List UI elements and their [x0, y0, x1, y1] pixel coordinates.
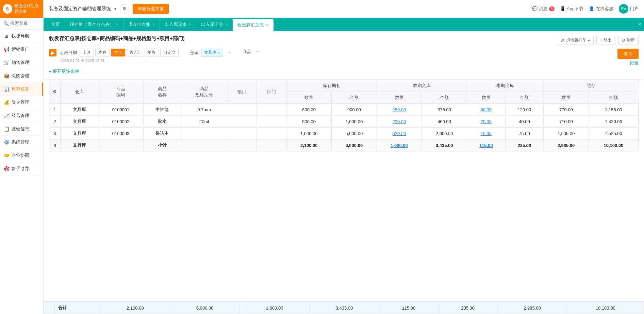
- sidebar-item-finance[interactable]: 💰 资金管理: [0, 96, 43, 109]
- row-out-qty[interactable]: 115.00: [467, 139, 505, 151]
- row-in-qty[interactable]: 250.00: [377, 104, 422, 116]
- date-btn-this-month[interactable]: 本月: [95, 49, 110, 56]
- warehouse-more-button[interactable]: ···: [227, 50, 232, 56]
- search-menu[interactable]: 🔍 搜索菜单: [0, 18, 43, 30]
- sidebar-item-purchase[interactable]: 📦 采购管理: [0, 69, 43, 83]
- row-project: [227, 116, 257, 128]
- refresh-button[interactable]: ↺ 刷新: [618, 36, 639, 45]
- messages-badge: 6: [549, 6, 555, 11]
- row-balance-amt: 7,525.00: [589, 128, 638, 139]
- sidebar: 6 畅捷通好生意 标准版 🔍 搜索菜单 ⊞ 快捷导航 📢 营销推广 🛒 销售管理…: [0, 0, 44, 314]
- footer-opening-amt: 6,900.00: [170, 302, 240, 314]
- page-header: 收发存汇总表(按仓库+商品编码+商品+规格型号+项目+部门) 🖨 拆镜版打印 ▾…: [44, 31, 644, 80]
- tab-close-flow[interactable]: ×: [189, 22, 191, 27]
- row-in-qty[interactable]: 1,000.00: [377, 139, 422, 151]
- tab-recv-send[interactable]: 收发存汇总表 ×: [233, 19, 274, 31]
- sidebar-item-basic[interactable]: 📋 基础信息: [0, 122, 43, 136]
- tab-close-stock-dist[interactable]: ×: [116, 22, 118, 27]
- tab-close-batch[interactable]: ×: [152, 22, 155, 27]
- tab-flow[interactable]: 出入库流水 ×: [160, 18, 196, 31]
- col-opening-qty: 数量: [286, 92, 332, 104]
- footer-in-qty: 1,000.00: [240, 302, 310, 314]
- row-index: 2: [49, 116, 61, 128]
- date-btn-custom[interactable]: 自定义: [160, 49, 179, 56]
- row-index: 4: [49, 139, 61, 151]
- app-download-button[interactable]: 📱 App下载: [560, 6, 583, 12]
- out-qty-link[interactable]: 15.00: [481, 131, 492, 136]
- row-balance-qty: 710.00: [544, 116, 589, 128]
- in-qty-link[interactable]: 520.00: [393, 131, 406, 136]
- row-balance-amt: 10,100.00: [589, 139, 638, 151]
- row-out-qty[interactable]: 15.00: [467, 128, 505, 139]
- col-warehouse: 仓库: [61, 80, 98, 104]
- row-code: 0100003: [98, 128, 144, 139]
- filter-section: ▶ 记账日期 上月 本月 本年 近7天 更多 自定义 2023-01-01 至 …: [49, 49, 639, 66]
- row-in-qty[interactable]: 230.00: [377, 116, 422, 128]
- in-qty-link[interactable]: 250.00: [393, 107, 406, 112]
- tab-batch[interactable]: 库存批次账 ×: [123, 18, 160, 31]
- row-out-qty[interactable]: 20.00: [467, 116, 505, 128]
- warehouse-tag-close[interactable]: ×: [218, 50, 220, 55]
- logo-icon: 6: [3, 4, 12, 14]
- print-icon: 🖨: [561, 38, 565, 43]
- export-icon: ↑: [600, 38, 602, 43]
- export-button[interactable]: ↑ 导出: [596, 36, 615, 45]
- row-spec: 20ml: [181, 116, 227, 128]
- row-name: 中性笔: [143, 104, 181, 116]
- close-all-tabs[interactable]: ×: [638, 21, 641, 28]
- topbar-left: 装备及固定资产辅助管理系统 ▾ ⚙ 体验行业方案: [49, 4, 169, 14]
- goods-more-button[interactable]: ···: [255, 49, 260, 55]
- trial-button[interactable]: 体验行业方案: [133, 4, 169, 14]
- out-qty-link[interactable]: 20.00: [481, 119, 492, 124]
- sidebar-item-sales[interactable]: 🛒 销售管理: [0, 56, 43, 69]
- messages-button[interactable]: 💬 消息 6: [532, 6, 555, 12]
- sidebar-item-inventory[interactable]: 📊 库存核算: [0, 83, 43, 96]
- col-opening-amt: 金额: [332, 92, 377, 104]
- date-btn-more[interactable]: 更多: [145, 49, 159, 56]
- tab-stock-dist[interactable]: 现存量（库存分布表） ×: [65, 18, 123, 31]
- out-qty-link[interactable]: 80.00: [481, 107, 492, 112]
- col-in-qty: 数量: [377, 92, 422, 104]
- tab-close-recv-send[interactable]: ×: [266, 23, 268, 28]
- row-out-amt: 75.00: [505, 128, 544, 139]
- row-spec: 0.7mm: [181, 104, 227, 116]
- basic-icon: 📋: [3, 126, 10, 132]
- filter-toggle[interactable]: ▶: [49, 49, 56, 56]
- tab-close-summary[interactable]: ×: [225, 22, 228, 27]
- date-btn-7days[interactable]: 近7天: [127, 49, 143, 56]
- in-qty-link[interactable]: 1,000.00: [391, 143, 408, 148]
- sidebar-item-enterprise[interactable]: 🤝 企业协同: [0, 149, 43, 162]
- sidebar-item-system[interactable]: ⚙️ 系统管理: [0, 136, 43, 149]
- sidebar-item-marketing[interactable]: 📢 营销推广: [0, 43, 43, 56]
- column-settings-link[interactable]: 设置: [630, 60, 639, 66]
- date-btn-prev-month[interactable]: 上月: [80, 49, 94, 56]
- print-button[interactable]: 🖨 拆镜版打印 ▾: [557, 36, 594, 45]
- row-opening-qty: 1,000.00: [286, 128, 332, 139]
- system-icon: ⚙️: [3, 139, 10, 145]
- query-button[interactable]: 查询: [617, 49, 639, 59]
- page-title: 收发存汇总表(按仓库+商品编码+商品+规格型号+项目+部门): [49, 35, 185, 42]
- refresh-icon: ↺: [622, 38, 625, 43]
- row-spec: [181, 128, 227, 139]
- sidebar-item-guide[interactable]: 🎯 新手引导: [0, 162, 43, 176]
- date-btn-this-year[interactable]: 本年: [111, 49, 125, 56]
- sidebar-item-operations[interactable]: 📈 经营管理: [0, 109, 43, 122]
- row-code: 0100002: [98, 116, 144, 128]
- system-dropdown[interactable]: ▾: [114, 6, 116, 11]
- table-row: 1 文具库 0100001 中性笔 0.7mm 600.00 900.00 25…: [49, 104, 639, 116]
- tab-home[interactable]: 首页: [46, 18, 65, 31]
- online-service-button[interactable]: 👤 在线客服: [589, 6, 613, 12]
- row-in-qty[interactable]: 520.00: [377, 128, 422, 139]
- out-qty-link[interactable]: 115.00: [479, 143, 493, 148]
- table-col-settings-icon[interactable]: ⚙: [53, 89, 57, 94]
- in-qty-link[interactable]: 230.00: [393, 119, 406, 124]
- guide-icon: 🎯: [3, 166, 10, 172]
- row-out-qty[interactable]: 80.00: [467, 104, 505, 116]
- row-warehouse: 文具库: [61, 104, 98, 116]
- settings-button[interactable]: ⚙: [120, 4, 129, 14]
- sidebar-item-quick-nav[interactable]: ⊞ 快捷导航: [0, 30, 43, 43]
- user-button[interactable]: Ea 用户: [619, 4, 639, 14]
- col-opening-stock: 库存期初: [286, 80, 377, 92]
- tab-summary[interactable]: 出入库汇总 ×: [196, 18, 233, 31]
- expand-conditions-button[interactable]: ▾ 展开更多条件: [49, 68, 639, 75]
